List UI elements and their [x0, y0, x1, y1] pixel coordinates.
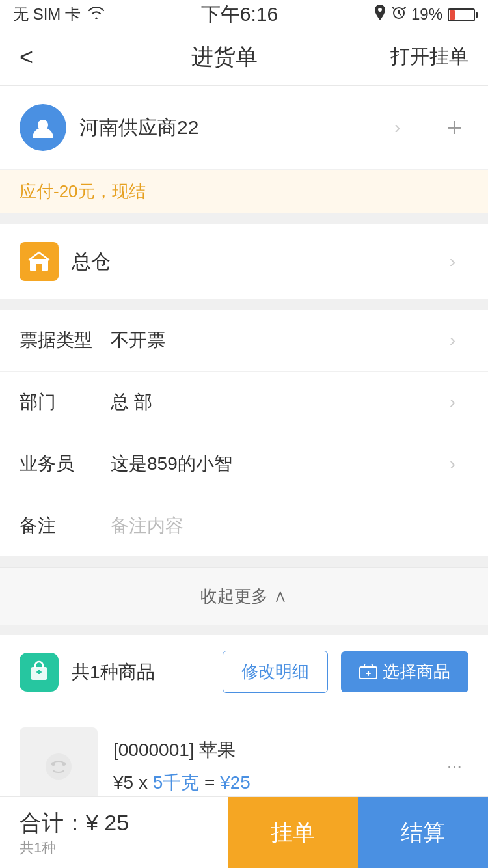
- divider: [427, 115, 427, 141]
- dept-row[interactable]: 部门 总 部 ›: [0, 372, 488, 433]
- dept-label: 部门: [20, 390, 111, 414]
- edit-detail-button[interactable]: 修改明细: [223, 651, 328, 693]
- product-section-icon: [20, 653, 59, 692]
- chevron-right-icon: ›: [450, 392, 455, 413]
- carrier-label: 无 SIM 卡: [13, 4, 81, 25]
- supplier-avatar: [20, 104, 66, 151]
- svg-point-10: [62, 762, 66, 766]
- content-area: 河南供应商22 › + 应付-20元，现结 总仓 › 票据类型 不开票 ›: [0, 86, 488, 868]
- form-section: 票据类型 不开票 › 部门 总 部 › 业务员 这是859的小智 › 备注 备注…: [0, 310, 488, 557]
- invoice-value: 不开票: [111, 328, 450, 353]
- select-product-button[interactable]: 选择商品: [341, 651, 468, 692]
- remark-label: 备注: [20, 513, 111, 538]
- wifi-icon: [87, 5, 105, 23]
- warehouse-row[interactable]: 总仓 ›: [0, 224, 488, 299]
- location-icon: [373, 5, 386, 24]
- invoice-label: 票据类型: [20, 328, 111, 353]
- product-header: 共1种商品 修改明细 选择商品: [0, 635, 488, 709]
- chevron-right-icon: ›: [450, 454, 455, 474]
- remark-value: 备注内容: [111, 513, 468, 538]
- svg-point-8: [46, 753, 72, 780]
- status-time: 下午6:16: [201, 1, 278, 28]
- footer-total: 合计：¥ 25 共1种: [0, 797, 228, 868]
- product-section: 共1种商品 修改明细 选择商品: [0, 635, 488, 824]
- svg-point-9: [51, 762, 55, 766]
- alarm-icon: [392, 5, 406, 23]
- nav-bar: < 进货单 打开挂单: [0, 29, 488, 86]
- warehouse-icon: [20, 242, 59, 281]
- supplier-name: 河南供应商22: [79, 115, 394, 141]
- product-total: ¥25: [220, 772, 251, 793]
- open-hang-button[interactable]: 打开挂单: [390, 44, 468, 70]
- footer-amount: 合计：¥ 25: [20, 808, 208, 838]
- svg-rect-6: [38, 670, 40, 674]
- hang-button[interactable]: 挂单: [228, 797, 358, 868]
- product-quantity: 5千克: [153, 772, 200, 793]
- warehouse-name: 总仓: [72, 249, 450, 275]
- footer-item-count: 共1种: [20, 838, 208, 858]
- product-more-button[interactable]: ···: [441, 750, 468, 783]
- product-name: [0000001] 苹果: [113, 738, 425, 763]
- battery-percent: 19%: [411, 5, 442, 23]
- remark-row[interactable]: 备注 备注内容: [0, 495, 488, 557]
- collapse-button[interactable]: 收起更多 ∧: [0, 567, 488, 625]
- product-thumbnail: [20, 727, 98, 806]
- checkout-button[interactable]: 结算: [358, 797, 488, 868]
- warehouse-section: 总仓 ›: [0, 224, 488, 299]
- status-left: 无 SIM 卡: [13, 4, 105, 25]
- page-title: 进货单: [191, 42, 258, 72]
- status-right: 19%: [373, 5, 475, 24]
- add-supplier-button[interactable]: +: [441, 113, 468, 142]
- back-button[interactable]: <: [20, 44, 59, 71]
- chevron-right-icon: ›: [450, 251, 455, 272]
- invoice-row[interactable]: 票据类型 不开票 ›: [0, 310, 488, 372]
- product-info: [0000001] 苹果 ¥5 x 5千克 = ¥25: [113, 738, 425, 795]
- battery-icon: [448, 5, 475, 23]
- sales-value: 这是859的小智: [111, 452, 450, 476]
- alert-row: 应付-20元，现结: [0, 170, 488, 213]
- select-product-label: 选择商品: [383, 660, 450, 683]
- chevron-right-icon: ›: [450, 330, 455, 351]
- product-count: 共1种商品: [72, 660, 210, 685]
- chevron-right-icon: ›: [394, 117, 400, 138]
- status-bar: 无 SIM 卡 下午6:16 19%: [0, 0, 488, 29]
- footer: 合计：¥ 25 共1种 挂单 结算: [0, 796, 488, 868]
- product-price: ¥5 x 5千克 = ¥25: [113, 770, 425, 795]
- dept-value: 总 部: [111, 390, 450, 414]
- sales-row[interactable]: 业务员 这是859的小智 ›: [0, 433, 488, 495]
- supplier-section: 河南供应商22 › + 应付-20元，现结: [0, 86, 488, 213]
- svg-rect-3: [36, 264, 42, 271]
- supplier-row[interactable]: 河南供应商22 › +: [0, 86, 488, 170]
- sales-label: 业务员: [20, 452, 111, 476]
